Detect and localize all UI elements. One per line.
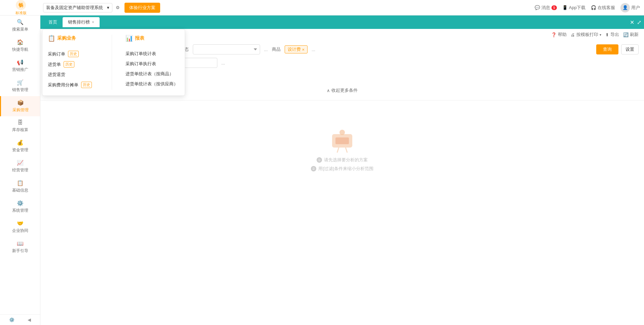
sidebar-item-purchase[interactable]: 📦 采购管理: [0, 96, 40, 116]
sidebar-item-sales[interactable]: 🛒 销售管理: [0, 76, 40, 96]
sidebar-item-finance[interactable]: 💰 资金管理: [0, 136, 40, 156]
user-menu-button[interactable]: 👤 用户: [620, 3, 640, 12]
empty-hint-2-text: 用[过滤]条件来缩小分析范围: [318, 166, 373, 172]
basic-icon: 📋: [17, 180, 24, 186]
purchase-menu-item[interactable]: 采购订单 历史: [48, 49, 98, 59]
tab-actions: ✕ ⤢: [630, 19, 641, 26]
purchase-item-label: 采购费用分摊单: [48, 82, 78, 88]
report-item-label: 采购订单执行表: [126, 61, 156, 67]
top-right-area: 💬 消息 9 📱 App下载 🎧 在线客服 👤 用户: [535, 3, 640, 12]
report-menu-item[interactable]: 进货单统计表（按商品）: [126, 69, 179, 79]
app-download-button[interactable]: 📱 App下载: [562, 5, 585, 11]
purchase-icon: 📦: [17, 99, 24, 106]
empty-hint-1-text: 请先选择要分析的方案: [324, 157, 368, 163]
purchase-menu-item[interactable]: 进货退货: [48, 70, 98, 80]
online-service-button[interactable]: 🎧 在线客服: [591, 5, 615, 11]
sidebar-item-enterprise[interactable]: 🤝 企业协同: [0, 217, 40, 237]
export-button[interactable]: ⬆ 导出: [605, 32, 619, 38]
user-avatar: 👤: [620, 3, 630, 12]
print-label: 按模板打印: [576, 32, 598, 38]
help-button[interactable]: ❓ 帮助: [551, 32, 567, 38]
help-label: 帮助: [558, 32, 567, 38]
messages-button[interactable]: 💬 消息 9: [535, 5, 557, 11]
search-icon: 🔍: [17, 19, 24, 25]
tab-fullscreen-button[interactable]: ⤢: [637, 19, 641, 26]
guide-icon: 📖: [17, 240, 24, 247]
marketing-icon: 📢: [17, 59, 24, 66]
inventory-icon: 🗄: [17, 120, 23, 126]
system-title-dropdown[interactable]: 装备及固定资产辅助管理系统 ▾: [43, 3, 112, 12]
salesman-dots: ...: [221, 60, 225, 66]
empty-hint-2: ② 用[过滤]条件来缩小分析范围: [311, 166, 373, 172]
system-title: 装备及固定资产辅助管理系统: [46, 5, 103, 11]
tab-close-icon[interactable]: ×: [92, 20, 94, 25]
purchase-item-label: 进货退货: [48, 72, 65, 78]
sidebar: 🔍 搜索菜单 🏠 快捷导航 📢 营销推广 🛒 销售管理 📦 采购管理 🗄 库存核…: [0, 15, 40, 325]
sidebar-label-purchase: 采购管理: [12, 107, 29, 113]
report-section-icon: 📊: [126, 35, 133, 42]
sidebar-item-marketing[interactable]: 📢 营销推广: [0, 56, 40, 76]
query-button[interactable]: 查询: [596, 44, 618, 54]
sidebar-label-operations: 经营管理: [12, 167, 28, 173]
status-select[interactable]: [193, 44, 260, 54]
sales-icon: 🛒: [17, 79, 24, 86]
empty-state: ① 请先选择要分析的方案 ② 用[过滤]条件来缩小分析范围: [40, 100, 644, 199]
toolbar-right: ❓ 帮助 🖨 按模板打印 ▾ ⬆ 导出 🔄: [551, 32, 639, 38]
collapse-label: 收起更多条件: [331, 87, 358, 93]
sidebar-item-operations[interactable]: 📈 经营管理: [0, 156, 40, 176]
purchase-menu-item[interactable]: 采购费用分摊单 历史: [48, 80, 98, 90]
purchase-menu-item[interactable]: 进货单 历史: [48, 59, 98, 70]
goods-tag-close-icon[interactable]: ×: [302, 47, 305, 52]
logo-text: 标准版: [15, 10, 27, 15]
report-section-label: 报表: [135, 35, 144, 41]
sidebar-label-finance: 资金管理: [12, 147, 28, 153]
sidebar-label-inventory: 库存核算: [12, 127, 28, 133]
sidebar-label-system: 系统管理: [12, 208, 28, 213]
purchase-section-label: 采购业务: [57, 35, 76, 41]
purchase-item-label: 采购订单: [48, 51, 65, 57]
sidebar-label-basic: 基础信息: [12, 188, 28, 193]
refresh-button[interactable]: 🔄 刷新: [623, 32, 639, 38]
settings-gear-icon[interactable]: ⚙: [116, 5, 120, 10]
tab-home[interactable]: 首页: [43, 17, 63, 27]
dropdown-arrow-icon: ▾: [107, 5, 109, 10]
tab-close-button[interactable]: ✕: [630, 19, 634, 26]
export-icon: ⬆: [605, 32, 609, 37]
sidebar-label-enterprise: 企业协同: [12, 228, 28, 234]
sidebar-settings-icon[interactable]: ⚙️: [9, 317, 14, 322]
empty-hint-1: ① 请先选择要分析的方案: [317, 157, 368, 163]
report-item-label: 进货单统计表（按供应商）: [126, 81, 178, 87]
sidebar-item-basic[interactable]: 📋 基础信息: [0, 176, 40, 197]
refresh-icon: 🔄: [623, 32, 629, 37]
top-bar: 畅 标准版 装备及固定资产辅助管理系统 ▾ ⚙ 体验行业方案 💬 消息 9 📱 …: [0, 0, 644, 15]
report-menu-item[interactable]: 进货单统计表（按供应商）: [126, 79, 179, 89]
sidebar-item-search[interactable]: 🔍 搜索菜单: [0, 15, 40, 36]
report-section-title: 📊 报表: [126, 35, 179, 45]
headset-icon: 🎧: [591, 5, 596, 10]
purchase-item-label: 进货单: [48, 62, 61, 68]
purchase-section-icon: 📋: [48, 35, 55, 42]
print-button[interactable]: 🖨 按模板打印 ▾: [571, 32, 601, 38]
settings-button[interactable]: 设置: [621, 44, 639, 54]
finance-icon: 💰: [17, 139, 24, 146]
sidebar-label-quicknav: 快捷导航: [12, 47, 28, 52]
svg-line-6: [346, 148, 347, 153]
purchase-section: 📋 采购业务 采购订单 历史 进货单 历史 进货退货 采购费用分摊单 历史: [48, 35, 98, 90]
sidebar-collapse-icon[interactable]: ◀: [28, 317, 31, 322]
user-label: 用户: [631, 5, 640, 11]
industry-button[interactable]: 体验行业方案: [124, 3, 160, 13]
print-icon: 🖨: [571, 32, 575, 37]
purchase-section-title: 📋 采购业务: [48, 35, 98, 45]
tab-sales-ranking[interactable]: 销售排行榜 ×: [63, 17, 100, 27]
report-menu-item[interactable]: 采购订单执行表: [126, 59, 179, 69]
sidebar-item-guide[interactable]: 📖 新手引导: [0, 237, 40, 257]
svg-rect-3: [335, 137, 349, 144]
report-menu-item[interactable]: 采购订单统计表: [126, 49, 179, 59]
sidebar-item-inventory[interactable]: 🗄 库存核算: [0, 116, 40, 136]
tab-bar: 首页 销售排行榜 × ✕ ⤢: [40, 15, 644, 29]
collapse-up-icon: ∧: [327, 88, 330, 93]
sidebar-item-quicknav[interactable]: 🏠 快捷导航: [0, 36, 40, 56]
sidebar-label-guide: 新手引导: [12, 248, 28, 254]
sidebar-item-system[interactable]: ⚙️ 系统管理: [0, 197, 40, 217]
history-badge: 历史: [68, 51, 79, 57]
